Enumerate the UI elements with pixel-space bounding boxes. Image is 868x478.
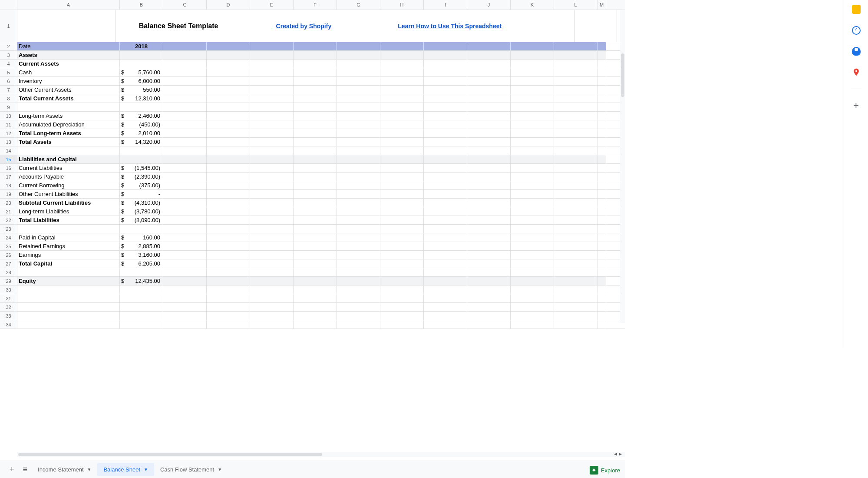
cell[interactable] — [597, 155, 606, 163]
cell[interactable] — [163, 259, 207, 268]
cell[interactable] — [380, 268, 424, 276]
cell[interactable]: $3,160.00 — [120, 251, 163, 259]
col-header-B[interactable]: B — [120, 0, 163, 10]
cell[interactable] — [424, 51, 467, 59]
cell[interactable]: Subtotal Current Liabilities — [17, 199, 120, 207]
cell[interactable]: $2,010.00 — [120, 129, 163, 137]
row-header[interactable]: 17 — [0, 173, 17, 181]
cell[interactable] — [207, 312, 250, 320]
cell[interactable] — [380, 155, 424, 163]
cell[interactable] — [424, 303, 467, 311]
cell[interactable] — [511, 173, 554, 181]
cell[interactable] — [294, 86, 337, 94]
cell[interactable] — [554, 94, 597, 103]
cell[interactable]: $(3,780.00) — [120, 207, 163, 216]
cell[interactable] — [17, 225, 120, 233]
cell[interactable] — [554, 146, 597, 155]
cell[interactable] — [337, 68, 380, 76]
cell[interactable] — [380, 259, 424, 268]
cell[interactable] — [294, 285, 337, 294]
cell[interactable] — [511, 312, 554, 320]
cell[interactable] — [597, 60, 606, 68]
cell[interactable] — [294, 312, 337, 320]
row-header[interactable]: 31 — [0, 294, 17, 302]
cell[interactable]: Other Current Assets — [17, 86, 120, 94]
cell[interactable] — [163, 251, 207, 259]
cell[interactable] — [597, 259, 606, 268]
cell[interactable]: $6,000.00 — [120, 77, 163, 85]
cell[interactable] — [17, 320, 120, 329]
cell[interactable] — [120, 312, 163, 320]
cell[interactable] — [554, 199, 597, 207]
cell[interactable] — [163, 277, 207, 285]
cell[interactable]: $(450.00) — [120, 120, 163, 129]
cell[interactable] — [337, 233, 380, 242]
cell[interactable] — [554, 259, 597, 268]
cell[interactable] — [424, 259, 467, 268]
cell[interactable] — [250, 233, 294, 242]
cell[interactable]: $(1,545.00) — [120, 164, 163, 172]
cell[interactable] — [250, 259, 294, 268]
cell[interactable] — [163, 303, 207, 311]
cell[interactable] — [467, 164, 511, 172]
cell[interactable] — [294, 277, 337, 285]
col-header-A[interactable]: A — [17, 0, 120, 10]
col-header-F[interactable]: F — [294, 0, 337, 10]
cell[interactable] — [207, 268, 250, 276]
cell[interactable] — [424, 129, 467, 137]
cell[interactable] — [163, 190, 207, 198]
cell[interactable] — [120, 285, 163, 294]
row-header[interactable]: 27 — [0, 259, 17, 268]
cell[interactable] — [250, 320, 294, 329]
col-header-L[interactable]: L — [554, 0, 597, 10]
tab-balance-sheet[interactable]: Balance Sheet ▼ — [97, 463, 154, 476]
cell[interactable] — [294, 51, 337, 59]
cell[interactable] — [511, 60, 554, 68]
cell[interactable] — [337, 277, 380, 285]
cell[interactable] — [337, 294, 380, 302]
cell[interactable] — [424, 103, 467, 111]
cell[interactable] — [337, 94, 380, 103]
cell[interactable] — [554, 216, 597, 224]
cell[interactable] — [554, 225, 597, 233]
cell[interactable] — [17, 294, 120, 302]
cell[interactable] — [380, 294, 424, 302]
cell[interactable]: $(8,090.00) — [120, 216, 163, 224]
cell[interactable] — [554, 86, 597, 94]
cell[interactable] — [597, 268, 606, 276]
cell[interactable]: $(4,310.00) — [120, 199, 163, 207]
row-header[interactable]: 26 — [0, 251, 17, 259]
cell[interactable] — [511, 146, 554, 155]
cell[interactable] — [467, 51, 511, 59]
cell[interactable] — [250, 120, 294, 129]
tab-income-statement[interactable]: Income Statement ▼ — [32, 463, 97, 476]
cell[interactable] — [511, 294, 554, 302]
cell[interactable] — [424, 268, 467, 276]
cell[interactable] — [250, 68, 294, 76]
cell[interactable] — [337, 199, 380, 207]
cell[interactable] — [207, 294, 250, 302]
cell[interactable] — [467, 103, 511, 111]
col-header-H[interactable]: H — [380, 0, 424, 10]
cell[interactable] — [250, 173, 294, 181]
cell[interactable] — [337, 164, 380, 172]
cell[interactable] — [207, 138, 250, 146]
add-sheet-button[interactable]: + — [5, 462, 19, 477]
cell[interactable] — [380, 225, 424, 233]
row-header[interactable]: 8 — [0, 94, 17, 103]
maps-icon[interactable] — [852, 68, 861, 76]
row-header[interactable]: 15 — [0, 155, 17, 163]
cell[interactable] — [120, 60, 163, 68]
cell[interactable] — [424, 251, 467, 259]
cell[interactable] — [467, 60, 511, 68]
cell[interactable]: 2018 — [120, 42, 163, 50]
cell[interactable] — [163, 86, 207, 94]
cell[interactable] — [337, 42, 380, 50]
cell[interactable] — [597, 242, 606, 250]
cell[interactable] — [554, 51, 597, 59]
cell[interactable] — [337, 112, 380, 120]
cell[interactable] — [511, 86, 554, 94]
cell[interactable] — [467, 233, 511, 242]
row-header[interactable]: 23 — [0, 225, 17, 233]
vertical-scroll-thumb[interactable] — [621, 53, 624, 97]
